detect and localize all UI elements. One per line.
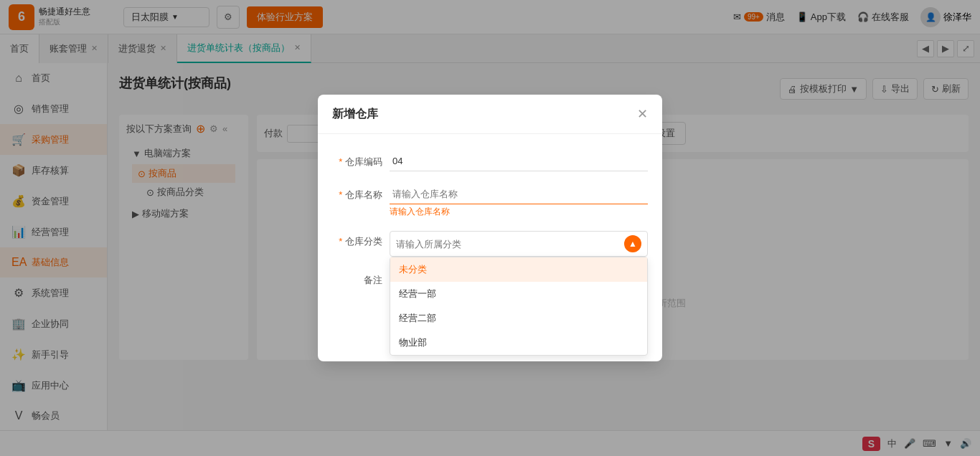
category-input-row: ▲: [390, 231, 648, 257]
dialog-close-button[interactable]: ✕: [637, 106, 648, 122]
dialog-header: 新增仓库 ✕: [318, 95, 662, 134]
form-row-name: * 仓库名称 请输入仓库名称: [332, 184, 648, 218]
dialog-overlay: 新增仓库 ✕ * 仓库编码 * 仓库名称: [0, 0, 980, 456]
category-label: * 仓库分类: [332, 231, 390, 248]
category-input[interactable]: [396, 239, 624, 250]
category-dropdown: ▲ 未分类 经营一部 经营二部 物业部: [390, 231, 648, 257]
name-input[interactable]: [390, 184, 648, 204]
new-warehouse-dialog: 新增仓库 ✕ * 仓库编码 * 仓库名称: [318, 95, 662, 361]
form-row-code: * 仓库编码: [332, 151, 648, 171]
dialog-title: 新增仓库: [332, 107, 378, 122]
code-field-wrap: [390, 151, 648, 171]
form-row-category: * 仓库分类 ▲ 未分类 经营一部 经营二部 物业部: [332, 231, 648, 257]
category-dropdown-list: 未分类 经营一部 经营二部 物业部: [390, 257, 648, 356]
dropdown-item-dept3[interactable]: 物业部: [390, 331, 647, 355]
name-label: * 仓库名称: [332, 184, 390, 201]
code-label: * 仓库编码: [332, 151, 390, 168]
code-input[interactable]: [390, 151, 648, 171]
category-dropdown-arrow[interactable]: ▲: [624, 235, 641, 252]
name-error-message: 请输入仓库名称: [390, 206, 648, 218]
dropdown-item-dept2[interactable]: 经营二部: [390, 306, 647, 331]
category-field-wrap: ▲ 未分类 经营一部 经营二部 物业部: [390, 231, 648, 257]
dialog-body: * 仓库编码 * 仓库名称 请输入仓库名称: [318, 134, 662, 314]
name-field-wrap: 请输入仓库名称: [390, 184, 648, 218]
dropdown-item-dept1[interactable]: 经营一部: [390, 282, 647, 306]
dropdown-item-uncategorized[interactable]: 未分类: [390, 257, 647, 282]
notes-label: 备注: [332, 270, 390, 287]
